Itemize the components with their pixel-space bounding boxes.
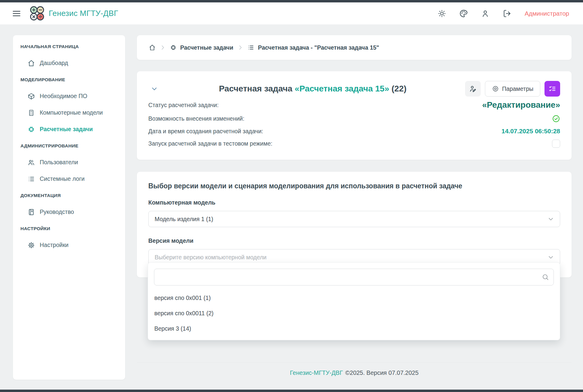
profile-button[interactable] — [481, 9, 490, 18]
sidebar-item-label: Пользователи — [40, 159, 78, 166]
sidebar-item-dashboard[interactable]: Дашбоард — [13, 55, 125, 71]
chevron-down-icon — [151, 85, 158, 92]
hamburger-menu-button[interactable] — [12, 8, 22, 19]
collapse-card-button[interactable] — [148, 83, 160, 95]
task-testmode-row: Запуск расчетной задачи в тестовом режим… — [148, 140, 560, 148]
sun-icon — [438, 9, 446, 18]
header-actions: Администратор — [437, 9, 569, 18]
dropdown-search-input[interactable] — [154, 269, 554, 286]
sidebar-item-label: Настройки — [40, 242, 69, 248]
app-header: Генезис МГТУ-ДВГ Администратор — [0, 2, 583, 25]
footer-brand-link[interactable]: Генезис-МГТУ-ДВГ — [290, 369, 343, 376]
version-select-placeholder: Выберите версию компьютерной модели — [155, 254, 267, 261]
window-bottom-strip — [0, 390, 583, 392]
sidebar-item-manual[interactable]: Руководство — [13, 204, 125, 220]
user-icon — [481, 9, 489, 18]
model-select[interactable]: Модель изделия 1 (1) — [148, 211, 560, 227]
checklist-button[interactable] — [544, 81, 560, 97]
sidebar-item-system-logs[interactable]: Системные логи — [13, 171, 125, 187]
page-footer: Генезис-МГТУ-ДВГ©2025. Версия 07.07.2025 — [137, 363, 572, 384]
model-select-value: Модель изделия 1 (1) — [155, 216, 213, 223]
sidebar-section-administration: АДМИНИСТРИРОВАНИЕ — [13, 137, 125, 154]
version-option[interactable]: версия спо 0x001 (1) — [148, 290, 560, 306]
list-icon — [28, 175, 35, 183]
parameters-button-label: Параметры — [502, 85, 533, 92]
main-content: Расчетные задачи Расчетная задача - "Рас… — [137, 35, 572, 384]
model-selection-card: Выбор версии модели и сценария моделиров… — [137, 172, 572, 277]
calculator-icon — [28, 109, 35, 116]
chevron-right-icon — [160, 45, 166, 51]
user-edit-icon — [469, 85, 477, 93]
task-header-buttons: Параметры — [465, 81, 560, 97]
assign-user-button[interactable] — [465, 81, 481, 97]
task-created-label: Дата и время создания расчетной задачи: — [148, 128, 263, 135]
sidebar-item-calc-tasks[interactable]: Расчетные задачи — [13, 121, 125, 137]
book-icon — [28, 208, 35, 216]
breadcrumb-home-link[interactable] — [149, 44, 156, 51]
palette-icon — [459, 9, 468, 18]
sidebar-section-documentation: ДОКУМЕНТАЦИЯ — [13, 187, 125, 204]
breadcrumb-label: Расчетная задача - "Расчетная задача 15" — [258, 44, 379, 51]
logout-icon — [503, 9, 511, 18]
task-title-prefix: Расчетная задача — [219, 84, 295, 93]
check-circle-icon — [552, 115, 560, 123]
breadcrumb: Расчетные задачи Расчетная задача - "Рас… — [137, 35, 572, 60]
chip-icon — [28, 126, 35, 133]
sidebar-item-label: Компьютерные модели — [40, 109, 103, 116]
sidebar-item-label: Расчетные задачи — [40, 126, 93, 133]
task-summary-card: Расчетная задача «Расчетная задача 15» (… — [137, 71, 572, 160]
palette-button[interactable] — [459, 9, 468, 18]
sidebar-item-label: Дашбоард — [40, 60, 68, 66]
eye-target-icon — [492, 85, 499, 92]
sidebar-item-label: Руководство — [40, 208, 74, 215]
sidebar-item-label: Системные логи — [40, 175, 85, 182]
sidebar-section-settings: НАСТРОЙКИ — [13, 220, 125, 237]
sidebar-item-settings[interactable]: Настройки — [13, 237, 125, 253]
version-dropdown: версия спо 0x001 (1) версия спо 0x0011 (… — [148, 262, 560, 340]
sidebar-item-required-software[interactable]: Необходимое ПО — [13, 88, 125, 104]
chip-icon — [170, 44, 177, 51]
app-logo-link[interactable]: Генезис МГТУ-ДВГ — [29, 5, 118, 22]
users-icon — [28, 159, 35, 166]
cube-icon — [28, 93, 35, 100]
task-editable-row: Возможность внесения изменений: — [148, 115, 560, 123]
parameters-button[interactable]: Параметры — [485, 81, 540, 97]
version-option[interactable]: версия спо 0x0011 (2) — [148, 306, 560, 321]
app-logo-icon — [29, 5, 45, 22]
home-icon — [149, 44, 156, 51]
version-option[interactable]: Версия 3 (14) — [148, 321, 560, 336]
gear-icon — [28, 242, 35, 249]
theme-toggle-button[interactable] — [437, 9, 446, 18]
task-created-row: Дата и время создания расчетной задачи: … — [148, 128, 560, 135]
task-status-label: Статус расчетной задачи: — [148, 102, 219, 109]
sidebar-item-label: Необходимое ПО — [40, 93, 87, 100]
task-title-counter: (22) — [389, 84, 407, 93]
dropdown-search — [154, 269, 554, 286]
logout-button[interactable] — [502, 9, 511, 18]
chevron-down-icon — [548, 254, 554, 260]
list-checks-icon — [548, 85, 556, 93]
task-created-value: 14.07.2025 06:50:28 — [501, 128, 560, 135]
window-top-strip — [0, 0, 583, 2]
sidebar-item-users[interactable]: Пользователи — [13, 154, 125, 171]
breadcrumb-current-task[interactable]: Расчетная задача - "Расчетная задача 15" — [248, 44, 379, 51]
model-field-label: Компьютерная модель — [148, 199, 560, 206]
sidebar: НАЧАЛЬНАЯ СТРАНИЦА Дашбоард МОДЕЛИРОВАНИ… — [13, 35, 125, 380]
page-body: НАЧАЛЬНАЯ СТРАНИЦА Дашбоард МОДЕЛИРОВАНИ… — [0, 25, 583, 390]
breadcrumb-label: Расчетные задачи — [180, 44, 233, 51]
home-icon — [28, 60, 35, 67]
user-role-label: Администратор — [525, 10, 569, 17]
task-title: Расчетная задача «Расчетная задача 15» (… — [160, 84, 465, 94]
testmode-checkbox[interactable] — [552, 140, 560, 148]
task-editable-label: Возможность внесения изменений: — [148, 115, 244, 122]
search-icon — [542, 273, 549, 281]
app-brand-title: Генезис МГТУ-ДВГ — [49, 9, 118, 18]
sidebar-item-computer-models[interactable]: Компьютерные модели — [13, 104, 125, 121]
sidebar-section-modeling: МОДЕЛИРОВАНИЕ — [13, 71, 125, 88]
footer-copyright: ©2025. Версия 07.07.2025 — [345, 369, 419, 376]
task-status-row: Статус расчетной задачи: «Редактирование… — [148, 100, 560, 110]
breadcrumb-calc-tasks-link[interactable]: Расчетные задачи — [170, 44, 233, 51]
task-title-name: «Расчетная задача 15» — [295, 84, 389, 93]
chevron-down-icon — [548, 216, 554, 222]
version-field-label: Версия модели — [148, 237, 560, 244]
